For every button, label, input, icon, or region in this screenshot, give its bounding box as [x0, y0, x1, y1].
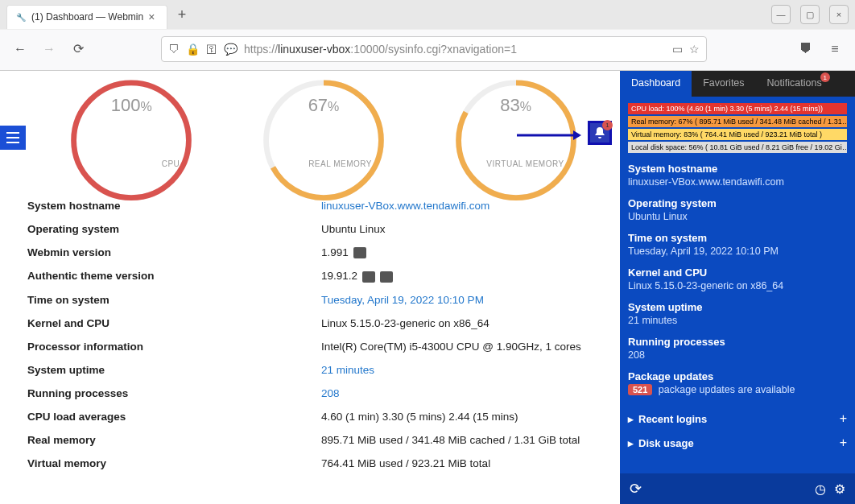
collapse-recent-logins[interactable]: ▸Recent logins+ — [628, 407, 847, 431]
label-cpuload: CPU load averages — [27, 411, 321, 423]
tab-favorites[interactable]: Favorites — [692, 71, 755, 97]
gauge-real-memory: 67% REAL MEMORY — [243, 71, 404, 178]
side-uptime-t: System uptime — [628, 301, 847, 313]
value-proc: Intel(R) Core(TM) i5-4300U CPU @ 1.90GHz… — [321, 341, 581, 353]
value-realmem: 895.71 MiB used / 341.48 MiB cached / 1.… — [321, 434, 580, 446]
bell-badge: 1 — [602, 120, 613, 130]
minimize-button[interactable]: — — [771, 5, 791, 24]
bar-real: Real memory: 67% ( 895.71 MiB used / 341… — [628, 116, 847, 127]
label-theme: Authentic theme version — [27, 270, 321, 282]
side-os: Ubuntu Linux — [628, 211, 847, 222]
value-virtmem: 764.41 MiB used / 923.21 MiB total — [321, 457, 490, 469]
label-kernel: Kernel and CPU — [27, 317, 321, 329]
bar-cpu: CPU load: 100% (4.60 (1 min) 3.30 (5 min… — [628, 103, 847, 114]
value-webmin: 1.991 — [321, 246, 366, 258]
palette-icon[interactable] — [380, 271, 393, 283]
label-virtmem: Virtual memory — [27, 457, 321, 469]
bar-virt: Virtual memory: 83% ( 764.41 MiB used / … — [628, 129, 847, 140]
side-hostname-t: System hostname — [628, 163, 847, 175]
nav-bar: ← → ⟳ ⛉ 🔒 ⚿ 💬 https://linuxuser-vbox:100… — [0, 29, 855, 68]
tab-dashboard[interactable]: Dashboard — [620, 71, 692, 97]
back-button[interactable]: ← — [10, 39, 31, 60]
pkg-badge: 521 — [628, 384, 652, 395]
url-bar[interactable]: ⛉ 🔒 ⚿ 💬 https://linuxuser-vbox:10000/sys… — [161, 36, 707, 62]
side-time-t: Time on system — [628, 232, 847, 244]
value-running[interactable]: 208 — [321, 387, 340, 399]
shield-icon: ⛉ — [168, 43, 180, 56]
side-uptime: 21 minutes — [628, 315, 847, 326]
reload-button[interactable]: ⟳ — [68, 39, 89, 60]
url-text: https://linuxuser-vbox:10000/sysinfo.cgi… — [244, 43, 517, 56]
favicon-icon: 🔧 — [15, 11, 27, 23]
dashboard-icon[interactable]: ◷ — [815, 481, 826, 497]
label-hostname: System hostname — [27, 200, 321, 212]
side-hostname: linuxuser-VBox.www.tendawifi.com — [628, 176, 847, 188]
download-icon[interactable] — [353, 247, 366, 258]
collapse-disk-usage[interactable]: ▸Disk usage+ — [628, 431, 847, 455]
side-pkg: 521 package updates are available — [628, 384, 847, 395]
hamburger-icon — [6, 132, 19, 143]
info-icon[interactable] — [362, 271, 375, 283]
sidebar-footer: ⟳ ◷ ⚙ — [620, 473, 855, 504]
close-button[interactable]: × — [829, 5, 849, 24]
label-realmem: Real memory — [27, 434, 321, 446]
settings-icon[interactable]: ⚙ — [834, 481, 845, 497]
label-webmin: Webmin version — [27, 246, 321, 258]
sidebar-body: CPU load: 100% (4.60 (1 min) 3.30 (5 min… — [620, 97, 855, 473]
label-uptime: System uptime — [27, 364, 321, 376]
value-time[interactable]: Tuesday, April 19, 2022 10:10 PM — [321, 294, 484, 306]
side-kernel: Linux 5.15.0-23-generic on x86_64 — [628, 280, 847, 291]
side-kernel-t: Kernel and CPU — [628, 266, 847, 279]
side-time: Tuesday, April 19, 2022 10:10 PM — [628, 246, 847, 257]
forward-button[interactable]: → — [39, 39, 60, 60]
reader-icon[interactable]: ▭ — [672, 43, 683, 56]
value-theme: 19.91.2 — [321, 270, 393, 282]
side-running: 208 — [628, 349, 847, 361]
side-running-t: Running processes — [628, 336, 847, 348]
label-os: Operating system — [27, 223, 321, 235]
tab-bar: 🔧 (1) Dashboard — Webmin × + — ▢ × — [0, 0, 855, 29]
window-controls: — ▢ × — [771, 5, 849, 24]
chat-icon: 💬 — [224, 43, 238, 56]
bookmark-icon[interactable]: ☆ — [689, 43, 700, 56]
system-info-table: System hostnamelinuxuser-VBox.www.tendaw… — [27, 194, 620, 475]
gauge-cpu: 100% CPU — [51, 71, 212, 178]
notif-count-badge: 1 — [820, 72, 830, 82]
label-running: Running processes — [27, 387, 321, 399]
value-hostname[interactable]: linuxuser-VBox.www.tendawifi.com — [321, 200, 489, 212]
app: 1 100% CPU 67% REAL MEMORY 83% VIRTUAL M… — [0, 71, 855, 504]
pointer-arrow — [517, 130, 581, 143]
new-tab-button[interactable]: + — [171, 3, 193, 26]
value-cpuload: 4.60 (1 min) 3.30 (5 mins) 2.44 (15 mins… — [321, 411, 518, 423]
hamburger-button[interactable] — [0, 126, 26, 150]
notification-bell[interactable]: 1 — [588, 121, 612, 145]
label-proc: Processor information — [27, 341, 321, 353]
label-time: Time on system — [27, 294, 321, 306]
maximize-button[interactable]: ▢ — [800, 5, 820, 24]
side-os-t: Operating system — [628, 197, 847, 209]
pocket-icon[interactable]: ⛊ — [795, 39, 816, 60]
svg-marker-1 — [573, 130, 581, 140]
browser-chrome: 🔧 (1) Dashboard — Webmin × + — ▢ × ← → ⟳… — [0, 0, 855, 71]
sidebar: Dashboard Favorites Notifications 1 CPU … — [620, 71, 855, 504]
value-os: Ubuntu Linux — [321, 223, 386, 235]
value-uptime[interactable]: 21 minutes — [321, 364, 374, 376]
lock-icon: 🔒 — [186, 43, 200, 56]
tab-notifications[interactable]: Notifications 1 — [756, 71, 833, 97]
tab-close-icon[interactable]: × — [148, 10, 155, 23]
side-pkg-t: Package updates — [628, 370, 847, 382]
menu-icon[interactable]: ≡ — [824, 39, 845, 60]
key-icon: ⚿ — [206, 43, 217, 56]
tab-title: (1) Dashboard — Webmin — [31, 11, 143, 23]
refresh-icon[interactable]: ⟳ — [630, 480, 642, 498]
browser-tab[interactable]: 🔧 (1) Dashboard — Webmin × — [6, 5, 167, 29]
bar-disk: Local disk space: 56% ( 10.81 GiB used /… — [628, 142, 847, 153]
gauge-virtual-memory: 83% VIRTUAL MEMORY — [436, 71, 597, 178]
sidebar-tabs: Dashboard Favorites Notifications 1 — [620, 71, 855, 97]
value-kernel: Linux 5.15.0-23-generic on x86_64 — [321, 317, 489, 329]
